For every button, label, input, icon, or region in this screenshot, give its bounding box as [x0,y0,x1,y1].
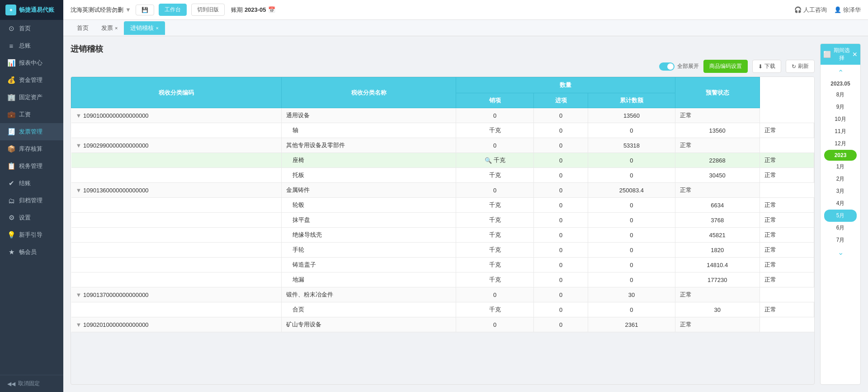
search-icon[interactable]: 🔍 [485,157,492,164]
table-row: 托板 千克 0 0 30450 正常 [71,168,814,183]
product-code-button[interactable]: 商品编码设置 [703,60,748,73]
topbar-right: 🎧 人工咨询 👤 徐泽华 [794,6,861,14]
cell-status: 正常 [760,272,814,287]
sidebar-item-funds[interactable]: 💰 资金管理 [0,72,63,89]
cell-name: 锻件、粉末冶金件 [281,287,456,302]
tab-reconcile-close[interactable]: × [156,25,158,31]
tab-home[interactable]: 首页 [71,21,95,35]
cell-status: 正常 [760,213,814,228]
panel-month-4[interactable]: 4月 [821,197,860,210]
cell-purchase: 0 [588,123,675,138]
unit-value: 千克 [489,171,501,179]
panel-month-2[interactable]: 2月 [821,173,860,185]
toggle-switch-control[interactable] [659,62,675,71]
cell-sale: 0 [533,272,588,287]
user-avatar-icon: 👤 [834,6,841,13]
table-row: ▼ 10901000000000000000 通用设备 0 0 13560 正常 [71,108,814,123]
cell-sale: 0 [533,243,588,258]
cell-purchase: 0 [533,108,588,123]
data-table: 税收分类编码 税收分类名称 数量 预警状态 销项 进项 累计数额 [71,77,814,332]
panel-close-btn[interactable]: ✕ [852,51,858,58]
panel-year-badge[interactable]: 2023 [824,150,857,161]
panel-month-11[interactable]: 11月 [821,125,860,138]
headset-icon: 🎧 [794,6,802,13]
panel-month-12[interactable]: 12月 [821,138,860,150]
panel-month-1[interactable]: 1月 [821,161,860,173]
page-title: 进销稽核 [71,43,815,54]
sidebar-item-archive[interactable]: 🗂 归档管理 [0,192,63,209]
panel-expand-btn[interactable]: ⬜ [823,51,831,58]
cell-status: 正常 [760,258,814,272]
panel-month-7[interactable]: 7月 [821,234,860,246]
sidebar-item-label: 发票管理 [19,128,42,136]
col-header-code: 税收分类编码 [71,77,282,108]
cell-total: 13560 [588,108,675,123]
ledger-icon: ≡ [7,42,15,50]
panel-month-5[interactable]: 5月 [824,210,857,222]
panel-month-10[interactable]: 10月 [821,113,860,125]
sidebar-item-member[interactable]: ★ 畅会员 [0,244,63,261]
expand-icon[interactable]: ▼ [76,321,82,328]
calendar-icon[interactable]: 📅 [268,6,275,13]
sidebar-item-salary[interactable]: 💼 工资 [0,106,63,123]
period-label: 账期 [231,6,243,14]
cell-purchase: 0 [588,272,675,287]
sidebar-item-invoice[interactable]: 🧾 发票管理 [0,123,63,140]
sidebar-item-guide[interactable]: 💡 新手引导 [0,226,63,244]
company-selector[interactable]: 沈海英测试经营勿删 ▼ [71,6,131,14]
cell-name: 托板 [281,168,456,183]
switch-version-button[interactable]: 切到旧版 [191,4,225,16]
cell-purchase: 0 [588,153,675,168]
unpin-button[interactable]: ◀◀ 取消固定 [0,375,63,392]
refresh-button[interactable]: ↻ 刷新 [786,60,815,73]
sidebar-item-tax[interactable]: 📋 税务管理 [0,158,63,175]
sidebar-item-close-account[interactable]: ✔ 结账 [0,175,63,192]
expand-icon[interactable]: ▼ [76,292,82,298]
sidebar-item-label: 设置 [19,214,31,222]
sidebar-item-reports[interactable]: 📊 报表中心 [0,54,63,72]
cell-unit: 千克 [456,258,534,272]
table-row: 地漏 千克 0 0 177230 正常 [71,272,814,287]
chevron-down-icon: ▼ [125,6,131,13]
panel-month-6[interactable]: 6月 [821,222,860,234]
user-menu[interactable]: 👤 徐泽华 [834,6,861,14]
panel-month-8[interactable]: 8月 [821,89,860,101]
cell-total: 30450 [675,168,760,183]
unit-value: 千克 [494,156,505,164]
tab-reconcile[interactable]: 进销稽核 × [124,21,165,35]
assets-icon: 🏢 [7,93,15,101]
cell-sale: 0 [456,183,534,198]
cell-code: ▼ 10901360000000000000 [71,183,282,198]
cell-status: 正常 [675,138,760,153]
tab-invoice[interactable]: 发票 × [95,21,124,35]
expand-icon[interactable]: ▼ [76,142,82,149]
expand-all-toggle[interactable]: 全部展开 [659,62,699,71]
cell-name: 绝缘导线壳 [281,228,456,243]
tab-invoice-close[interactable]: × [115,25,118,31]
cell-sale: 0 [533,123,588,138]
save-draft-button[interactable]: 💾 [136,5,154,15]
cell-total: 22868 [675,153,760,168]
unit-value: 千克 [489,126,501,134]
toolbar: 全部展开 商品编码设置 ⬇ 下载 ↻ 刷新 [71,60,815,73]
panel-prev-btn[interactable]: ⌃ [821,67,860,79]
sidebar-item-home[interactable]: ⊙ 首页 [0,20,63,37]
sidebar-item-settings[interactable]: ⚙ 设置 [0,209,63,226]
sidebar-item-inventory[interactable]: 📦 库存核算 [0,140,63,158]
download-button[interactable]: ⬇ 下载 [752,60,781,73]
content-main: 进销稽核 全部展开 商品编码设置 ⬇ 下载 ↻ 刷新 [71,43,815,385]
support-link[interactable]: 🎧 人工咨询 [794,6,827,14]
panel-month-3[interactable]: 3月 [821,185,860,197]
workbench-button[interactable]: 工作台 [159,4,187,16]
sidebar-item-assets[interactable]: 🏢 固定资产 [0,89,63,106]
panel-month-9[interactable]: 9月 [821,101,860,113]
cell-status: 正常 [675,317,760,332]
expand-icon[interactable]: ▼ [76,187,82,194]
cell-unit: 千克 [456,123,534,138]
cell-name: 铸造盖子 [281,258,456,272]
panel-next-btn[interactable]: ⌄ [821,246,860,258]
col-header-status: 预警状态 [675,77,760,108]
expand-icon[interactable]: ▼ [76,112,82,119]
app-name: 畅捷通易代账 [19,6,54,14]
sidebar-item-ledger[interactable]: ≡ 总账 [0,37,63,54]
